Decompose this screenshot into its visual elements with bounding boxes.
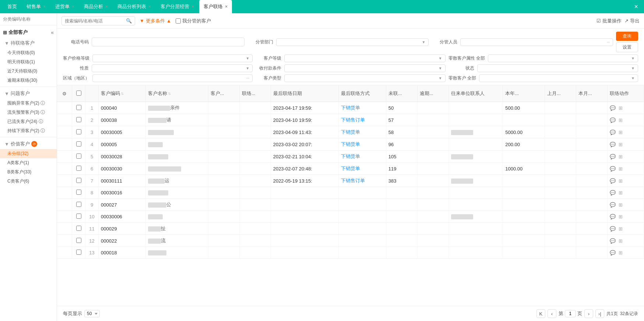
th-type[interactable]: 客户...: [208, 85, 239, 102]
sidebar-search-input[interactable]: [3, 17, 57, 22]
search-icon[interactable]: 🔍: [126, 18, 132, 24]
nav-tab-customer-contact[interactable]: 客户联络 ×: [199, 0, 232, 13]
sidebar-item-hoarding[interactable]: 囤购异常客户(2) ⓘ: [0, 99, 57, 108]
grid-action-icon[interactable]: ⊞: [619, 190, 623, 195]
row-checkbox[interactable]: [76, 190, 81, 195]
th-last-month[interactable]: 上月...: [545, 85, 576, 102]
filter-status-dropdown[interactable]: ▼: [477, 64, 638, 72]
close-product-analysis-tab[interactable]: ×: [105, 4, 108, 9]
main-search-input[interactable]: [65, 18, 124, 24]
filter-customer-type-dropdown[interactable]: ▼: [284, 74, 445, 82]
sidebar-item-tomorrow[interactable]: 明天待联络(1): [0, 57, 57, 67]
chat-icon[interactable]: 💬: [610, 142, 616, 147]
last-method-link[interactable]: 下销售订单: [341, 117, 365, 123]
row-checkbox[interactable]: [76, 154, 81, 159]
row-checkbox[interactable]: [76, 117, 81, 122]
th-this-year[interactable]: 本年...: [503, 85, 545, 102]
reset-button[interactable]: 设置: [616, 42, 638, 52]
grid-action-icon[interactable]: ⊞: [619, 226, 623, 232]
row-checkbox[interactable]: [76, 141, 81, 147]
last-method-link[interactable]: 下销货单: [341, 129, 360, 135]
th-not-contact[interactable]: 未联...: [386, 85, 417, 102]
sidebar-group-problem[interactable]: ▼ 问题客户: [0, 88, 57, 99]
grid-action-icon[interactable]: ⊞: [619, 202, 623, 208]
more-conditions-btn[interactable]: ▼ 更多条件 ▲: [140, 18, 171, 24]
last-method-link[interactable]: 下销货单: [341, 154, 360, 159]
filter-manager-dropdown[interactable]: ···: [460, 38, 613, 46]
grid-action-icon[interactable]: ⊞: [619, 130, 623, 135]
sidebar-item-class-a[interactable]: A类客户(1): [0, 158, 57, 167]
row-checkbox[interactable]: [76, 238, 81, 243]
my-customers-checkbox[interactable]: [176, 18, 181, 24]
sidebar-group-pending[interactable]: ▼ 待联络客户: [0, 38, 57, 48]
batch-ops-button[interactable]: ☑ 批量操作: [597, 18, 622, 24]
th-code[interactable]: 客户编码 ⇅: [99, 85, 146, 102]
row-checkbox[interactable]: [76, 105, 81, 110]
nav-tab-purchase[interactable]: 进货单 ×: [51, 0, 79, 13]
window-close-button[interactable]: ×: [631, 3, 641, 11]
select-all-checkbox[interactable]: [76, 91, 81, 96]
row-checkbox[interactable]: [76, 214, 81, 219]
filter-region-dropdown[interactable]: ···: [92, 74, 253, 82]
row-checkbox[interactable]: [76, 226, 81, 231]
grid-action-icon[interactable]: ⊞: [619, 178, 623, 184]
row-checkbox[interactable]: [76, 166, 81, 171]
filter-phone-input[interactable]: [92, 38, 244, 46]
th-company-contact[interactable]: 往来单位联系人: [448, 85, 503, 102]
nav-tab-sales[interactable]: 销售单 ×: [22, 0, 50, 13]
chat-icon[interactable]: 💬: [610, 202, 616, 208]
next-page-button[interactable]: ›: [584, 309, 593, 318]
filter-payment-dropdown[interactable]: ▼: [284, 64, 445, 72]
th-settings[interactable]: ⚙: [57, 85, 72, 102]
th-name[interactable]: 客户名称 ⇅: [145, 85, 208, 102]
filter-retail-attr-dropdown[interactable]: ▼: [488, 54, 638, 62]
last-method-link[interactable]: 下销货单: [341, 166, 360, 171]
sort-name[interactable]: 客户名称 ⇅: [148, 90, 206, 97]
sidebar-item-today[interactable]: 今天待联络(0): [0, 48, 57, 57]
row-checkbox[interactable]: [76, 129, 81, 134]
grid-action-icon[interactable]: ⊞: [619, 250, 623, 255]
grid-action-icon[interactable]: ⊞: [619, 238, 623, 244]
chat-icon[interactable]: 💬: [610, 190, 616, 195]
last-method-link[interactable]: 下销货单: [341, 105, 360, 110]
nav-tab-customer-tier[interactable]: 客户分层经营 ×: [156, 0, 198, 13]
close-customer-tier-tab[interactable]: ×: [191, 4, 194, 9]
sort-code[interactable]: 客户编码 ⇅: [101, 90, 143, 97]
filter-nature-dropdown[interactable]: ▼: [92, 64, 253, 72]
sidebar-group-value[interactable]: ▼ 价值客户 ⟳: [0, 139, 57, 149]
first-page-button[interactable]: K: [536, 309, 545, 318]
export-button[interactable]: ↗ 导出: [624, 18, 640, 24]
filter-dept-dropdown[interactable]: ▼: [276, 38, 429, 46]
grid-action-icon[interactable]: ⊞: [619, 154, 623, 159]
th-this-month[interactable]: 本月...: [576, 85, 607, 102]
last-page-button[interactable]: ›|: [595, 309, 604, 318]
chat-icon[interactable]: 💬: [610, 154, 616, 159]
chat-icon[interactable]: 💬: [610, 166, 616, 172]
close-purchase-tab[interactable]: ×: [72, 4, 74, 9]
sidebar-item-class-b[interactable]: B类客户(33): [0, 167, 57, 177]
grid-action-icon[interactable]: ⊞: [619, 105, 623, 111]
chat-icon[interactable]: 💬: [610, 178, 616, 184]
grid-action-icon[interactable]: ⊞: [619, 142, 623, 147]
chat-icon[interactable]: 💬: [610, 130, 616, 135]
sidebar-item-churn-warning[interactable]: 流失预警客户(3) ⓘ: [0, 108, 57, 117]
sidebar-item-churned[interactable]: 已流失客户(24) ⓘ: [0, 117, 57, 126]
last-method-link[interactable]: 下销售订单: [341, 178, 365, 183]
sidebar-all-customers[interactable]: ⊞ 全部客户 «: [0, 27, 57, 38]
chat-icon[interactable]: 💬: [610, 214, 616, 219]
nav-tab-product-list[interactable]: 商品分析列表 ×: [113, 0, 155, 13]
nav-home[interactable]: 首页: [3, 0, 21, 13]
sidebar-item-declining[interactable]: 持续下滑客户(2) ⓘ: [0, 126, 57, 135]
chat-icon[interactable]: 💬: [610, 250, 616, 255]
nav-tab-product-analysis[interactable]: 商品分析 ×: [80, 0, 112, 13]
close-product-list-tab[interactable]: ×: [148, 4, 151, 9]
close-sales-tab[interactable]: ×: [43, 4, 46, 9]
chat-icon[interactable]: 💬: [610, 238, 616, 244]
sidebar-item-7days[interactable]: 近7天待联络(0): [0, 67, 57, 76]
chat-icon[interactable]: 💬: [610, 226, 616, 232]
chat-icon[interactable]: 💬: [610, 117, 616, 123]
page-number-input[interactable]: [565, 310, 576, 317]
grid-action-icon[interactable]: ⊞: [619, 166, 623, 172]
filter-price-grade-dropdown[interactable]: ▼: [92, 54, 253, 62]
settings-icon[interactable]: ⚙: [59, 88, 70, 99]
